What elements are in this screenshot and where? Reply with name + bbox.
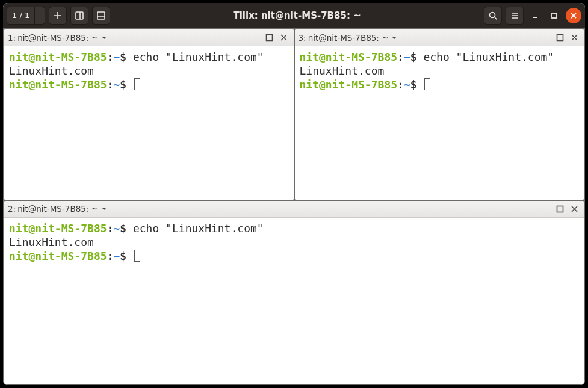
maximize-pane-icon[interactable] bbox=[554, 32, 566, 44]
command-text: echo "LinuxHint.com" bbox=[133, 222, 264, 235]
svg-rect-0 bbox=[76, 12, 83, 19]
cursor bbox=[134, 250, 140, 262]
pane-container: 1: nit@nit-MS-7B85: ~ nit@nit-MS-7B85: bbox=[3, 28, 585, 385]
command-text: echo "LinuxHint.com" bbox=[423, 51, 554, 63]
prompt-symbol: $ bbox=[120, 250, 126, 262]
close-button[interactable] bbox=[566, 8, 581, 23]
prompt-path: ~ bbox=[113, 51, 120, 63]
session-switcher[interactable]: 1 / 1 bbox=[7, 7, 45, 25]
close-pane-icon[interactable] bbox=[568, 32, 580, 44]
prompt-path: ~ bbox=[404, 78, 410, 91]
terminal-pane-3: 3: nit@nit-MS-7B85: ~ nit@nit-MS-7B85: bbox=[295, 29, 584, 200]
close-pane-icon[interactable] bbox=[278, 32, 290, 44]
pane-header[interactable]: 3: nit@nit-MS-7B85: ~ bbox=[295, 29, 584, 46]
prompt-path: ~ bbox=[404, 51, 410, 63]
maximize-button[interactable] bbox=[546, 8, 562, 23]
pane-title[interactable]: 1: nit@nit-MS-7B85: ~ bbox=[8, 33, 108, 43]
prompt-user-host: nit@nit-MS-7B85 bbox=[300, 78, 398, 91]
svg-rect-3 bbox=[552, 13, 557, 18]
prompt-user-host: nit@nit-MS-7B85 bbox=[9, 250, 107, 262]
pane-row-top: 1: nit@nit-MS-7B85: ~ nit@nit-MS-7B85: bbox=[4, 29, 584, 200]
menu-button[interactable] bbox=[506, 7, 524, 25]
pane-title-prefix: 1: bbox=[8, 33, 16, 43]
terminal-pane-2: 2: nit@nit-MS-7B85: ~ nit@nit-MS-7B85: bbox=[4, 201, 584, 384]
split-down-button[interactable] bbox=[92, 7, 110, 25]
chevron-down-icon[interactable] bbox=[100, 34, 108, 42]
prompt-symbol: $ bbox=[410, 78, 417, 91]
prompt-symbol: $ bbox=[120, 78, 126, 91]
prompt-user-host: nit@nit-MS-7B85 bbox=[9, 51, 107, 63]
terminal-body[interactable]: nit@nit-MS-7B85:~$ echo "LinuxHint.com" … bbox=[295, 46, 584, 200]
chevron-down-icon[interactable] bbox=[100, 205, 108, 213]
new-session-button[interactable] bbox=[49, 7, 67, 25]
command-text: echo "LinuxHint.com" bbox=[133, 51, 264, 63]
prompt-symbol: $ bbox=[120, 222, 126, 235]
prompt-path: ~ bbox=[113, 78, 120, 91]
pane-title-label: nit@nit-MS-7B85: ~ bbox=[17, 33, 98, 43]
prompt-user-host: nit@nit-MS-7B85 bbox=[300, 51, 398, 63]
command-output: LinuxHint.com bbox=[9, 64, 94, 77]
split-right-button[interactable] bbox=[70, 7, 88, 25]
maximize-pane-icon[interactable] bbox=[264, 32, 276, 44]
pane-title-label: nit@nit-MS-7B85: ~ bbox=[17, 204, 98, 214]
session-dropdown-icon[interactable] bbox=[34, 7, 45, 24]
close-pane-icon[interactable] bbox=[568, 203, 580, 215]
prompt-path: ~ bbox=[113, 222, 120, 235]
maximize-pane-icon[interactable] bbox=[554, 203, 566, 215]
cursor bbox=[134, 78, 140, 90]
svg-rect-4 bbox=[267, 35, 273, 41]
cursor bbox=[424, 78, 430, 90]
pane-row-bottom: 2: nit@nit-MS-7B85: ~ nit@nit-MS-7B85: bbox=[4, 201, 584, 384]
pane-title[interactable]: 2: nit@nit-MS-7B85: ~ bbox=[8, 204, 108, 214]
window-title: Tilix: nit@nit-MS-7B85: ~ bbox=[114, 10, 480, 21]
pane-header[interactable]: 2: nit@nit-MS-7B85: ~ bbox=[4, 201, 584, 218]
search-button[interactable] bbox=[484, 7, 502, 25]
prompt-user-host: nit@nit-MS-7B85 bbox=[9, 222, 107, 235]
session-counter[interactable]: 1 / 1 bbox=[7, 7, 34, 24]
titlebar-right bbox=[484, 7, 581, 25]
svg-rect-6 bbox=[557, 206, 563, 212]
terminal-body[interactable]: nit@nit-MS-7B85:~$ echo "LinuxHint.com" … bbox=[4, 46, 294, 200]
pane-header[interactable]: 1: nit@nit-MS-7B85: ~ bbox=[4, 29, 294, 46]
svg-rect-5 bbox=[557, 35, 563, 41]
app-window: 1 / 1 Tilix: nit@nit-MS-7B85: ~ bbox=[3, 3, 585, 385]
titlebar: 1 / 1 Tilix: nit@nit-MS-7B85: ~ bbox=[3, 3, 585, 28]
pane-title[interactable]: 3: nit@nit-MS-7B85: ~ bbox=[299, 33, 399, 43]
command-output: LinuxHint.com bbox=[9, 236, 94, 248]
pane-title-label: nit@nit-MS-7B85: ~ bbox=[308, 33, 389, 43]
prompt-symbol: $ bbox=[120, 51, 126, 63]
svg-rect-1 bbox=[97, 12, 105, 19]
terminal-pane-1: 1: nit@nit-MS-7B85: ~ nit@nit-MS-7B85: bbox=[4, 29, 294, 200]
terminal-body[interactable]: nit@nit-MS-7B85:~$ echo "LinuxHint.com" … bbox=[4, 218, 584, 384]
prompt-user-host: nit@nit-MS-7B85 bbox=[9, 78, 107, 91]
command-output: LinuxHint.com bbox=[300, 64, 385, 77]
chevron-down-icon[interactable] bbox=[390, 34, 398, 42]
prompt-path: ~ bbox=[113, 250, 120, 262]
pane-title-prefix: 2: bbox=[8, 204, 16, 214]
minimize-button[interactable] bbox=[527, 8, 543, 23]
prompt-symbol: $ bbox=[410, 51, 417, 63]
titlebar-left: 1 / 1 bbox=[7, 7, 110, 25]
svg-point-2 bbox=[490, 12, 495, 17]
pane-title-prefix: 3: bbox=[299, 33, 306, 43]
